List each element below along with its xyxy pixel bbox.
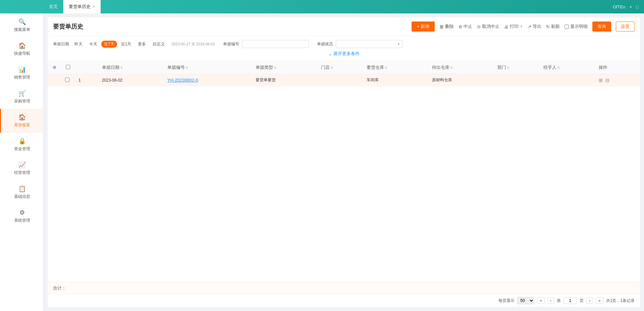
tab-requisition-history[interactable]: 要货单历史 × xyxy=(63,0,101,13)
last-page-button[interactable]: » xyxy=(596,297,603,304)
page-number-input[interactable] xyxy=(564,297,577,304)
table-row: 1 2023-06-02 YH-20230602-0 要货单要货 车间库 原材料… xyxy=(48,74,640,86)
cell-settings xyxy=(48,74,61,86)
main-layout: 🔍 搜索菜单 🏠 快捷导航 📊 销售管理 🛒 采购管理 🏠 库存核算 🔒 资金管… xyxy=(0,13,644,311)
refresh-button[interactable]: ↻ 刷新 xyxy=(546,24,560,30)
page-title: 要货单历史 xyxy=(53,23,412,31)
date-tab-custom[interactable]: 自定义 xyxy=(150,41,167,48)
date-tab-more[interactable]: 更多 xyxy=(135,41,149,48)
sidebar-item-base-info[interactable]: 📋 基础信息 xyxy=(0,180,43,204)
date-tab-today[interactable]: 今天 xyxy=(87,41,100,48)
cell-bill-date: 2023-06-02 xyxy=(98,74,163,86)
status-select-wrap xyxy=(336,40,403,48)
finance-icon: 🔒 xyxy=(18,137,26,145)
delete-button[interactable]: 🗑 删除 xyxy=(439,24,454,30)
page-size-select[interactable]: 20 50 100 200 xyxy=(517,297,534,304)
sidebar-item-inventory-calc[interactable]: 🏠 库存核算 xyxy=(0,109,43,133)
th-action: 操作 xyxy=(595,61,640,74)
th-pending-warehouse[interactable]: 待出仓库⇅ xyxy=(428,61,493,74)
th-settings[interactable]: ⚙ xyxy=(48,61,61,74)
row-more-icon[interactable]: ⊟ xyxy=(605,78,609,83)
sidebar-item-sales-mgmt[interactable]: 📊 销售管理 xyxy=(0,61,43,85)
select-all-checkbox[interactable] xyxy=(66,65,70,69)
date-tab-yesterday[interactable]: 昨天 xyxy=(72,41,85,48)
export-button[interactable]: ↗ 导出 xyxy=(528,24,541,30)
th-bill-no[interactable]: 单据编号⇅ xyxy=(163,61,252,74)
sidebar-item-search-menu[interactable]: 🔍 搜索菜单 xyxy=(0,13,43,37)
cell-bill-type: 要货单要货 xyxy=(252,74,317,86)
tab-home[interactable]: 首页 xyxy=(44,0,63,13)
filter-row: 单据日期 昨天 今天 近7天 近1月 更多 自定义 2023-05-27 至 2… xyxy=(53,40,635,48)
print-dropdown-icon: ▼ xyxy=(520,25,523,28)
base-info-icon: 📋 xyxy=(18,185,26,192)
export-icon: ↗ xyxy=(528,24,531,29)
bill-no-link[interactable]: YH-20230602-0 xyxy=(167,78,198,83)
status-label: 单据状态 xyxy=(317,41,333,47)
sidebar-item-quick-nav[interactable]: 🏠 快捷导航 xyxy=(0,37,43,61)
cancel-suspend-button[interactable]: ⊙ 取消中止 xyxy=(477,24,499,30)
display-detail-checkbox[interactable] xyxy=(565,25,569,29)
sort-store-icon: ⇅ xyxy=(330,66,333,70)
sidebar-item-system-mgmt[interactable]: ⚙ 系统管理 xyxy=(0,204,43,228)
date-range-display: 2023-05-27 至 2023-06-02 xyxy=(171,42,215,47)
filter-billno-item: 单据编号 xyxy=(223,40,309,48)
th-bill-type[interactable]: 单据类型⇅ xyxy=(252,61,317,74)
expand-more-btn[interactable]: ⌄ 展开更多条件 xyxy=(53,51,635,57)
cell-pending-warehouse: 原材料仓库 xyxy=(428,74,493,86)
data-table: ⚙ 单据日期⇅ 单据编号⇅ 单据类型⇅ 门店⇅ 要货仓库⇅ 待出仓库⇅ 部门⇅ xyxy=(48,61,640,86)
table-wrap: ⚙ 单据日期⇅ 单据编号⇅ 单据类型⇅ 门店⇅ 要货仓库⇅ 待出仓库⇅ 部门⇅ xyxy=(48,61,640,282)
first-page-button[interactable]: « xyxy=(537,297,545,304)
filter-status-item: 单据状态 xyxy=(317,40,403,48)
th-handler[interactable]: 经手人⇅ xyxy=(539,61,595,74)
prev-page-button[interactable]: ‹ xyxy=(547,297,554,304)
page-card: 要货单历史 + 新增 🗑 删除 ⊘ 中止 ⊙ 取消中止 xyxy=(48,17,640,307)
quick-nav-icon: 🏠 xyxy=(18,42,26,49)
display-detail-toggle[interactable]: 显示明细 xyxy=(565,24,588,30)
cell-checkbox xyxy=(61,74,74,86)
date-tab-1month[interactable]: 近1月 xyxy=(118,41,134,48)
th-department[interactable]: 部门⇅ xyxy=(493,61,539,74)
new-button[interactable]: + 新增 xyxy=(412,21,435,32)
status-select[interactable] xyxy=(336,40,403,48)
sidebar-item-finance-mgmt[interactable]: 🔒 资金管理 xyxy=(0,133,43,157)
query-button[interactable]: 查询 xyxy=(592,21,611,32)
tab-close-icon[interactable]: × xyxy=(93,4,95,9)
suspend-button[interactable]: ⊘ 中止 xyxy=(459,24,472,30)
th-seq xyxy=(74,61,98,74)
th-store[interactable]: 门店⇅ xyxy=(317,61,363,74)
system-icon: ⚙ xyxy=(19,209,25,216)
table-footer: 合计： xyxy=(48,282,640,294)
th-bill-date[interactable]: 单据日期⇅ xyxy=(98,61,163,74)
table-header-row: ⚙ 单据日期⇅ 单据编号⇅ 单据类型⇅ 门店⇅ 要货仓库⇅ 待出仓库⇅ 部门⇅ xyxy=(48,61,640,74)
cell-store xyxy=(317,74,363,86)
sort-bill-date-icon: ⇅ xyxy=(120,66,123,70)
print-button[interactable]: 🖨 打印 ▼ xyxy=(504,24,523,30)
th-checkbox xyxy=(61,61,74,74)
date-tab-7days[interactable]: 近7天 xyxy=(101,41,117,48)
toolbar: + 新增 🗑 删除 ⊘ 中止 ⊙ 取消中止 🖨 打 xyxy=(412,21,635,32)
sort-pending-wh-icon: ⇅ xyxy=(450,66,453,70)
cell-req-warehouse: 车间库 xyxy=(363,74,428,86)
next-page-button[interactable]: › xyxy=(586,297,593,304)
close-window-icon[interactable]: × xyxy=(630,4,632,9)
content-area: 要货单历史 + 新增 🗑 删除 ⊘ 中止 ⊙ 取消中止 xyxy=(44,13,644,311)
print-icon: 🖨 xyxy=(504,24,508,29)
minimize-icon[interactable]: □ xyxy=(636,4,639,9)
row-edit-icon[interactable]: ⊞ xyxy=(599,78,603,83)
billno-input[interactable] xyxy=(242,40,309,48)
often-label: OfTEn xyxy=(613,4,626,9)
settings-button[interactable]: 设置 xyxy=(616,21,635,32)
th-req-warehouse[interactable]: 要货仓库⇅ xyxy=(363,61,428,74)
page-label-before: 第 xyxy=(557,298,561,304)
row-checkbox[interactable] xyxy=(65,78,69,82)
cell-seq: 1 xyxy=(74,74,98,86)
cell-department xyxy=(493,74,539,86)
sidebar-item-purchase-mgmt[interactable]: 🛒 采购管理 xyxy=(0,85,43,109)
filter-area: 单据日期 昨天 今天 近7天 近1月 更多 自定义 2023-05-27 至 2… xyxy=(48,36,640,61)
total-pages-info: 共1页，1条记录 xyxy=(606,298,635,304)
suspend-icon: ⊘ xyxy=(459,24,462,29)
ops-icon: 📈 xyxy=(18,161,26,169)
page-size-label: 每页显示 xyxy=(498,298,515,304)
billno-label: 单据编号 xyxy=(223,41,239,47)
sidebar-item-ops-mgmt[interactable]: 📈 经营管理 xyxy=(0,157,43,180)
